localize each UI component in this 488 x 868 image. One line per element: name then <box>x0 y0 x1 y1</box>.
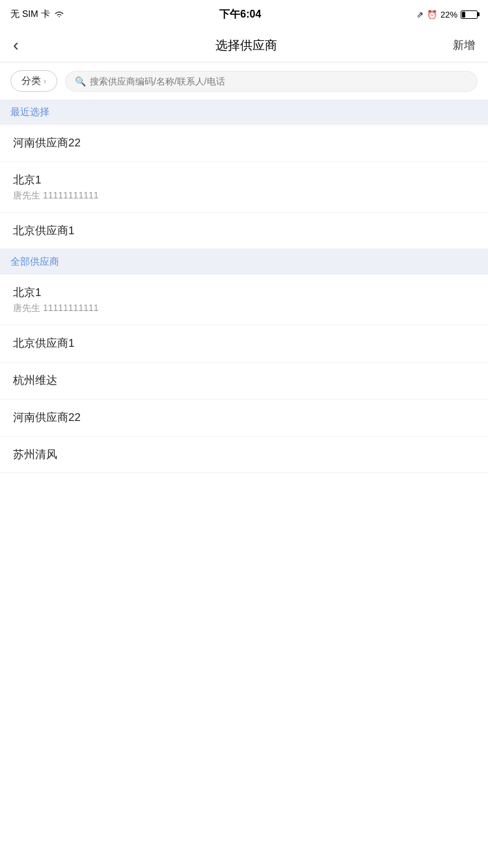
item-name: 北京1 <box>13 285 475 301</box>
location-icon: ⇗ <box>416 10 424 20</box>
list-item[interactable]: 北京1 唐先生 11111111111 <box>0 275 488 325</box>
list-item[interactable]: 河南供应商22 <box>0 400 488 437</box>
status-indicators: ⇗ ⏰ 22% <box>416 10 478 20</box>
filter-bar: 分类 › 🔍 <box>0 62 488 100</box>
list-item[interactable]: 杭州维达 <box>0 362 488 400</box>
item-detail: 唐先生 11111111111 <box>13 190 475 202</box>
search-icon: 🔍 <box>75 76 86 87</box>
list-item[interactable]: 北京1 唐先生 11111111111 <box>0 162 488 213</box>
page-title: 选择供应商 <box>215 37 277 54</box>
back-button[interactable]: ‹ <box>13 35 39 55</box>
status-time: 下午6:04 <box>219 8 261 21</box>
category-button[interactable]: 分类 › <box>10 70 57 92</box>
battery-percent: 22% <box>441 10 457 20</box>
chevron-right-icon: › <box>44 77 46 86</box>
item-detail: 唐先生 11111111111 <box>13 303 475 314</box>
recent-section-header: 最近选择 <box>0 100 488 125</box>
item-name: 河南供应商22 <box>13 410 475 426</box>
nav-bar: ‹ 选择供应商 新增 <box>0 29 488 62</box>
list-item[interactable]: 北京供应商1 <box>0 325 488 362</box>
search-input[interactable] <box>90 76 468 87</box>
search-box[interactable]: 🔍 <box>65 71 478 92</box>
list-item[interactable]: 北京供应商1 <box>0 213 488 250</box>
status-carrier: 无 SIM 卡 <box>10 8 64 20</box>
item-name: 杭州维达 <box>13 373 475 388</box>
all-section-header: 全部供应商 <box>0 249 488 275</box>
item-name: 北京供应商1 <box>13 223 475 239</box>
item-name: 河南供应商22 <box>13 135 475 151</box>
list-item[interactable]: 苏州清风 <box>0 437 488 474</box>
new-supplier-button[interactable]: 新增 <box>453 38 475 53</box>
item-name: 苏州清风 <box>13 447 475 463</box>
alarm-icon: ⏰ <box>427 10 437 20</box>
all-section-label: 全部供应商 <box>10 256 59 267</box>
all-list: 北京1 唐先生 11111111111 北京供应商1 杭州维达 河南供应商22 … <box>0 275 488 473</box>
list-item[interactable]: 河南供应商22 <box>0 125 488 162</box>
recent-list: 河南供应商22 北京1 唐先生 11111111111 北京供应商1 <box>0 125 488 249</box>
item-name: 北京供应商1 <box>13 336 475 351</box>
wifi-icon <box>54 10 64 18</box>
category-label: 分类 <box>21 75 41 87</box>
status-bar: 无 SIM 卡 下午6:04 ⇗ ⏰ 22% <box>0 0 488 29</box>
recent-section-label: 最近选择 <box>10 106 49 117</box>
battery-icon <box>461 10 478 19</box>
item-name: 北京1 <box>13 172 475 188</box>
